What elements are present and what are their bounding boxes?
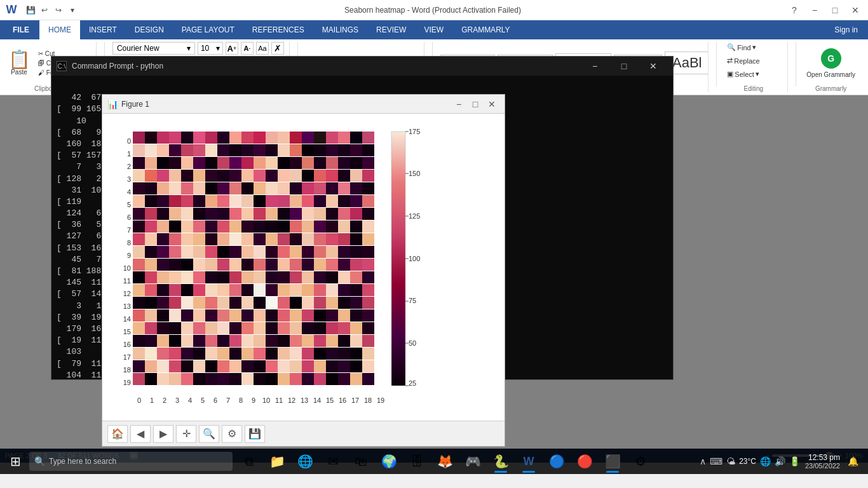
svg-rect-414 bbox=[302, 360, 314, 372]
svg-rect-55 bbox=[314, 132, 326, 144]
minimize-btn[interactable]: − bbox=[807, 3, 822, 18]
font-grow-btn[interactable]: A+ bbox=[226, 42, 238, 55]
taskbar-edge[interactable]: 🌐 bbox=[292, 449, 318, 474]
svg-rect-405 bbox=[193, 360, 205, 372]
customize-qa-btn[interactable]: ▾ bbox=[66, 4, 79, 17]
notification-btn[interactable]: 🔔 bbox=[845, 454, 860, 469]
colorbar-labels: 175 150 125 100 75 50 25 bbox=[409, 128, 420, 387]
svg-rect-289 bbox=[241, 284, 254, 296]
tab-page-layout[interactable]: PAGE LAYOUT bbox=[173, 20, 243, 39]
cmd-maximize-btn[interactable]: □ bbox=[609, 57, 639, 76]
taskbar-task-view[interactable]: ⧉ bbox=[236, 449, 262, 474]
paste-btn[interactable]: 📋 Paste bbox=[5, 46, 33, 79]
taskbar-chrome2[interactable]: 🔴 bbox=[572, 449, 597, 474]
svg-rect-144 bbox=[181, 195, 193, 207]
tab-view[interactable]: VIEW bbox=[415, 20, 452, 39]
maximize-btn[interactable]: □ bbox=[827, 3, 843, 18]
svg-rect-72 bbox=[278, 144, 290, 156]
save-quick-btn[interactable]: 💾 bbox=[24, 4, 37, 17]
figure-maximize-btn[interactable]: □ bbox=[468, 97, 483, 111]
svg-rect-213 bbox=[290, 233, 302, 245]
svg-rect-295 bbox=[314, 284, 326, 296]
font-size-selector[interactable]: 10 ▾ bbox=[198, 42, 223, 55]
figure-home-btn[interactable]: 🏠 bbox=[107, 425, 128, 443]
svg-rect-113 bbox=[290, 170, 302, 182]
start-button[interactable]: ⊞ bbox=[3, 449, 28, 474]
undo-quick-btn[interactable]: ↩ bbox=[38, 4, 51, 17]
font-name-selector[interactable]: Courier New ▾ bbox=[112, 42, 195, 55]
taskbar-settings-app[interactable]: ⚙ bbox=[628, 449, 653, 474]
taskbar-chrome[interactable]: 🔵 bbox=[544, 449, 569, 474]
heatmap-container: 0 1 2 3 4 5 6 7 8 9 10 11 12 13 14 15 16 bbox=[109, 120, 498, 414]
tab-insert[interactable]: INSERT bbox=[80, 20, 126, 39]
tab-design[interactable]: DESIGN bbox=[126, 20, 173, 39]
svg-rect-173 bbox=[290, 208, 302, 220]
svg-rect-158 bbox=[350, 195, 362, 207]
figure-minimize-btn[interactable]: − bbox=[451, 97, 466, 111]
quick-access-toolbar: W 💾 ↩ ↪ ▾ bbox=[5, 4, 79, 17]
show-hidden-tray[interactable]: ∧ bbox=[700, 456, 706, 466]
svg-text:50: 50 bbox=[409, 339, 416, 347]
taskbar-file-explorer[interactable]: 📁 bbox=[264, 449, 290, 474]
keyboard-tray[interactable]: ⌨ bbox=[710, 456, 722, 466]
taskbar-terminal[interactable]: ⬛ bbox=[600, 449, 625, 474]
figure-config-btn[interactable]: ⚙ bbox=[222, 425, 242, 443]
cmd-close-btn[interactable]: ✕ bbox=[639, 57, 668, 76]
svg-rect-383 bbox=[169, 348, 181, 360]
select-btn[interactable]: ▣ Select ▾ bbox=[724, 69, 762, 79]
figure-back-btn[interactable]: ◀ bbox=[130, 425, 151, 443]
redo-quick-btn[interactable]: ↪ bbox=[52, 4, 65, 17]
figure-save-btn[interactable]: 💾 bbox=[245, 425, 265, 443]
svg-text:18: 18 bbox=[364, 396, 372, 404]
cmd-minimize-btn[interactable]: − bbox=[580, 57, 609, 76]
battery-tray[interactable]: 🔋 bbox=[789, 456, 800, 466]
svg-rect-321 bbox=[145, 309, 157, 322]
taskbar-browser[interactable]: 🌍 bbox=[376, 449, 402, 474]
tab-home[interactable]: HOME bbox=[39, 20, 80, 39]
clock[interactable]: 12:53 pm 23/05/2022 bbox=[805, 453, 840, 470]
svg-rect-250 bbox=[254, 259, 266, 271]
svg-rect-362 bbox=[157, 335, 169, 347]
taskbar-firefox[interactable]: 🦊 bbox=[432, 449, 458, 474]
tab-mailings[interactable]: MAILINGS bbox=[313, 20, 367, 39]
tab-grammarly[interactable]: GRAMMARLY bbox=[452, 20, 519, 39]
svg-rect-340 bbox=[133, 322, 145, 334]
taskbar-word[interactable]: W bbox=[516, 449, 541, 474]
help-btn[interactable]: ? bbox=[787, 3, 802, 18]
svg-rect-201 bbox=[145, 233, 157, 245]
svg-rect-239 bbox=[362, 246, 374, 258]
taskbar-gaming[interactable]: 🎮 bbox=[460, 449, 485, 474]
taskbar-mail[interactable]: ✉ bbox=[320, 449, 346, 474]
open-grammarly-btn[interactable]: G Open Grammarly bbox=[804, 47, 858, 79]
tab-references[interactable]: REFERENCES bbox=[243, 20, 313, 39]
font-shrink-btn[interactable]: A- bbox=[241, 42, 254, 55]
figure-forward-btn[interactable]: ▶ bbox=[153, 425, 173, 443]
change-case-btn[interactable]: Aa bbox=[256, 42, 269, 55]
tab-review[interactable]: REVIEW bbox=[367, 20, 415, 39]
taskbar-store[interactable]: 🛍 bbox=[348, 449, 374, 474]
close-btn[interactable]: ✕ bbox=[848, 3, 863, 18]
figure-move-btn[interactable]: ✛ bbox=[176, 425, 196, 443]
search-bar[interactable]: 🔍 Type here to search bbox=[29, 452, 233, 471]
svg-rect-62 bbox=[157, 144, 169, 156]
figure-close-btn[interactable]: ✕ bbox=[484, 97, 499, 111]
svg-rect-140 bbox=[133, 195, 145, 207]
svg-rect-215 bbox=[314, 233, 326, 245]
network-tray[interactable]: 🌐 bbox=[760, 456, 771, 466]
find-btn[interactable]: 🔍 Find ▾ bbox=[724, 42, 758, 53]
svg-text:11: 11 bbox=[275, 396, 283, 404]
svg-rect-61 bbox=[145, 144, 157, 156]
sign-in-btn[interactable]: Sign in bbox=[827, 25, 865, 34]
taskbar-python[interactable]: 🐍 bbox=[488, 449, 513, 474]
volume-tray[interactable]: 🔊 bbox=[775, 456, 785, 466]
svg-rect-329 bbox=[241, 309, 254, 322]
tab-file[interactable]: FILE bbox=[3, 20, 39, 39]
svg-rect-88 bbox=[229, 157, 241, 169]
replace-btn[interactable]: ⇄ Replace bbox=[724, 55, 762, 66]
svg-rect-265 bbox=[193, 271, 205, 283]
svg-text:9: 9 bbox=[127, 252, 131, 259]
taskbar-database[interactable]: 🗄 bbox=[404, 449, 430, 474]
figure-zoom-btn[interactable]: 🔍 bbox=[199, 425, 219, 443]
svg-rect-375 bbox=[314, 335, 326, 347]
clear-format-btn[interactable]: ✗ bbox=[271, 42, 284, 55]
